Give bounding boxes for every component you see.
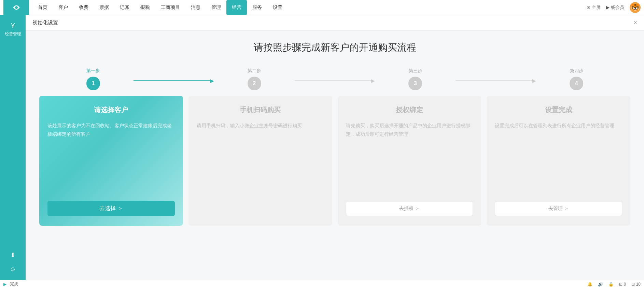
member-btn[interactable]: ▶ 畅会员 (606, 4, 624, 11)
cards-container: 请选择客户 该处展示的客户为不在回收站、客户状态正常建账后完成老板端绑定的所有客… (39, 96, 630, 226)
main-title: 请按照步骤完成新客户的开通购买流程 (39, 41, 630, 54)
sidebar-support[interactable]: ☺ (10, 262, 16, 276)
connector-2: ▶ (295, 68, 375, 83)
nav-right: ⊡ 全屏 ▶ 畅会员 🐯 (587, 2, 641, 13)
status-bar-right: 🔔 🔊 🔒 ⊡ 0 ⊡ 10 (587, 282, 641, 287)
main-content: 初始化设置 × 请按照步骤完成新客户的开通购买流程 第一步 1 ▶ 第二步 2 (26, 15, 644, 280)
page-title: 初始化设置 (32, 19, 58, 26)
card-3-desc: 请先购买，购买后选择开通的产品中的企业用户进行授权绑定，成功后即可进行经营管理 (346, 121, 473, 194)
step-1-circle: 1 (86, 77, 100, 90)
nav-operation[interactable]: 经营 (226, 0, 247, 15)
volume-icon: 🔊 (598, 282, 603, 287)
card-1-desc: 该处展示的客户为不在回收站、客户状态正常建账后完成老板端绑定的所有客户 (47, 121, 175, 194)
step-1-label: 第一步 (86, 68, 100, 74)
card-3-title: 授权绑定 (346, 105, 473, 115)
page-header: 初始化设置 × (26, 15, 644, 31)
card-4-btn-container: 去管理 ＞ (495, 194, 622, 216)
fullscreen-icon: ⊡ (587, 5, 590, 10)
logo (3, 0, 29, 15)
nav-items: 首页 客户 收费 票据 记账 报税 工商项目 消息 管理 经营 服务 设置 (32, 0, 587, 15)
download-icon: ⬇ (10, 251, 15, 259)
card-4: 设置完成 设置完成后可以在管理列表进行所有企业用户的经营管理 去管理 ＞ (487, 96, 630, 226)
sidebar: ¥ 经营管理 ⬇ ☺ (0, 15, 26, 280)
step-1: 第一步 1 (53, 68, 134, 90)
bell-icon: 🔔 (587, 282, 592, 287)
step-2-circle: 2 (248, 77, 261, 90)
content-area: 请按照步骤完成新客户的开通购买流程 第一步 1 ▶ 第二步 2 ▶ (26, 31, 644, 236)
card-1-title: 请选择客户 (47, 105, 175, 115)
nav-business[interactable]: 工商项目 (155, 0, 185, 15)
nav-home[interactable]: 首页 (32, 0, 53, 15)
step-3-label: 第三步 (409, 68, 422, 74)
member-icon: ▶ (606, 5, 610, 10)
nav-message[interactable]: 消息 (185, 0, 206, 15)
close-button[interactable]: × (633, 19, 637, 26)
connector-1: ▶ (134, 68, 214, 83)
nav-settings[interactable]: 设置 (267, 0, 288, 15)
nav-manage[interactable]: 管理 (206, 0, 226, 15)
nav-invoice[interactable]: 票据 (94, 0, 114, 15)
sidebar-download[interactable]: ⬇ (10, 248, 16, 262)
status-count-0: ⊡ 0 (619, 282, 626, 287)
avatar[interactable]: 🐯 (630, 2, 641, 13)
status-count-10: ⊡ 10 (631, 282, 641, 287)
step-2: 第二步 2 (214, 68, 295, 90)
card-1-btn-container: 去选择 ＞ (47, 194, 175, 216)
step-3: 第三步 3 (375, 68, 456, 90)
card-2-desc: 请用手机扫码，输入小微企业主账号密码进行购买 (197, 121, 324, 209)
sidebar-item-label: 经营管理 (5, 31, 21, 37)
manage-button[interactable]: 去管理 ＞ (495, 201, 622, 216)
top-nav: 首页 客户 收费 票据 记账 报税 工商项目 消息 管理 经营 服务 设置 ⊡ … (0, 0, 644, 15)
card-4-desc: 设置完成后可以在管理列表进行所有企业用户的经营管理 (495, 121, 622, 194)
card-2-title: 手机扫码购买 (197, 105, 324, 115)
connector-3: ▶ (456, 68, 536, 83)
sidebar-item-operation[interactable]: ¥ 经营管理 (0, 18, 26, 40)
status-bar: ▶ 完成 🔔 🔊 🔒 ⊡ 0 ⊡ 10 (0, 280, 644, 288)
operation-icon: ¥ (11, 22, 15, 30)
fullscreen-btn[interactable]: ⊡ 全屏 (587, 4, 601, 11)
nav-service[interactable]: 服务 (247, 0, 267, 15)
status-text: 完成 (10, 281, 18, 287)
step-3-circle: 3 (408, 77, 422, 90)
nav-fee[interactable]: 收费 (73, 0, 94, 15)
nav-tax[interactable]: 报税 (135, 0, 155, 15)
play-button[interactable]: ▶ (3, 282, 6, 287)
step-4-circle: 4 (570, 77, 583, 90)
card-3: 授权绑定 请先购买，购买后选择开通的产品中的企业用户进行授权绑定，成功后即可进行… (338, 96, 481, 226)
card-1: 请选择客户 该处展示的客户为不在回收站、客户状态正常建账后完成老板端绑定的所有客… (39, 96, 183, 226)
nav-bookkeeping[interactable]: 记账 (114, 0, 135, 15)
authorize-button[interactable]: 去授权 ＞ (346, 201, 473, 216)
lock-icon: 🔒 (608, 282, 614, 287)
step-4-label: 第四步 (570, 68, 583, 74)
support-icon: ☺ (10, 266, 16, 273)
steps-container: 第一步 1 ▶ 第二步 2 ▶ 第三步 3 (39, 68, 630, 90)
step-2-label: 第二步 (248, 68, 261, 74)
step-4: 第四步 4 (536, 68, 617, 90)
card-2: 手机扫码购买 请用手机扫码，输入小微企业主账号密码进行购买 (188, 96, 332, 226)
card-4-title: 设置完成 (495, 105, 622, 115)
select-customer-button[interactable]: 去选择 ＞ (47, 201, 175, 216)
card-3-btn-container: 去授权 ＞ (346, 194, 473, 216)
card-2-btn-container (197, 209, 324, 216)
sidebar-bottom: ⬇ ☺ (10, 248, 16, 280)
nav-customer[interactable]: 客户 (53, 0, 73, 15)
